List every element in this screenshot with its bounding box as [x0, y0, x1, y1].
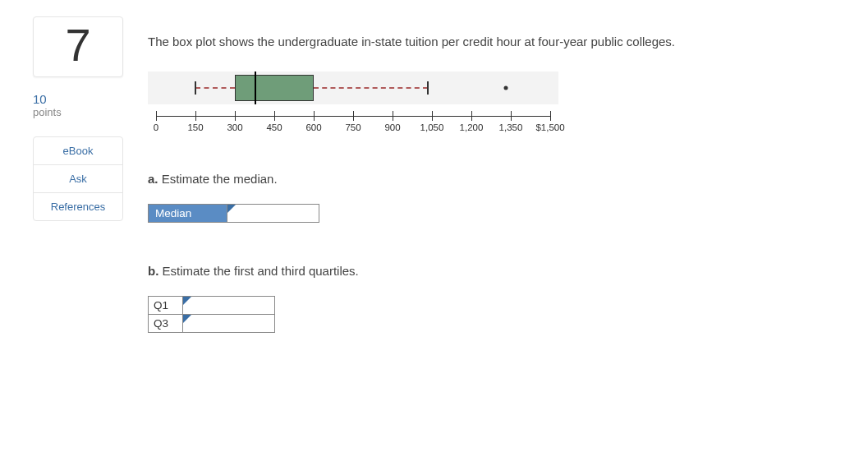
question-sidebar: 7 10 points eBook Ask References — [33, 16, 123, 221]
axis-tick-label: 300 — [227, 122, 242, 132]
axis-tick-label: 150 — [187, 122, 203, 132]
axis-tick-label: 750 — [345, 122, 361, 132]
sidebar-link-ebook[interactable]: eBook — [34, 137, 122, 164]
part-b: b. Estimate the first and third quartile… — [148, 264, 835, 333]
sidebar-links: eBook Ask References — [33, 136, 123, 221]
axis-tick — [511, 111, 512, 121]
cell-flag-icon — [227, 205, 236, 213]
axis-tick-label: 600 — [305, 122, 321, 132]
points-value: 10 — [33, 92, 123, 106]
axis-tick-label: 0 — [154, 122, 158, 132]
q3-input[interactable] — [183, 315, 274, 332]
part-b-prompt: b. Estimate the first and third quartile… — [148, 264, 835, 278]
part-a: a. Estimate the median. Median — [148, 172, 835, 223]
part-a-prompt: a. Estimate the median. — [148, 172, 835, 186]
sidebar-link-references[interactable]: References — [34, 192, 122, 220]
axis-tick — [432, 111, 433, 121]
median-input[interactable] — [227, 205, 319, 222]
q1-input[interactable] — [183, 297, 274, 314]
axis-tick-label: 1,350 — [499, 122, 523, 132]
question-main: The box plot shows the undergraduate in-… — [148, 16, 835, 374]
axis-tick — [195, 111, 196, 121]
q1-label: Q1 — [149, 297, 183, 315]
whisker-high-cap — [427, 81, 429, 95]
part-b-text: Estimate the first and third quartiles. — [163, 264, 359, 278]
question-text: The box plot shows the undergraduate in-… — [148, 35, 835, 48]
q3-label: Q3 — [149, 315, 183, 333]
points-label: points — [33, 106, 123, 118]
median-label: Median — [149, 205, 227, 223]
part-a-text: Estimate the median. — [162, 172, 278, 186]
axis-tick — [274, 111, 275, 121]
median-line — [255, 72, 256, 104]
part-b-letter: b. — [148, 264, 158, 278]
cell-flag-icon — [183, 315, 191, 323]
question-number-card: 7 — [33, 16, 123, 77]
sidebar-link-ask[interactable]: Ask — [34, 164, 122, 192]
axis-tick-label: 900 — [384, 122, 400, 132]
cell-flag-icon — [183, 297, 191, 305]
axis-tick — [235, 111, 236, 121]
axis-tick-label: 1,050 — [420, 122, 444, 132]
whisker-low — [195, 87, 235, 89]
axis-tick — [471, 111, 472, 121]
axis-tick — [314, 111, 315, 121]
axis-tick-label: 1,200 — [460, 122, 484, 132]
whisker-high — [314, 87, 428, 89]
boxplot-chart: 01503004506007509001,0501,2001,350$1,500 — [148, 72, 835, 139]
axis-tick — [353, 111, 354, 121]
axis-tick — [393, 111, 393, 121]
median-table: Median — [148, 204, 319, 223]
axis-tick-label: 450 — [266, 122, 282, 132]
question-number: 7 — [34, 22, 122, 68]
whisker-low-cap — [195, 81, 196, 95]
part-a-letter: a. — [148, 172, 158, 186]
quartiles-table: Q1 Q3 — [148, 296, 275, 333]
iqr-box — [235, 75, 314, 101]
axis-tick-label: $1,500 — [535, 122, 564, 132]
outlier-dot — [503, 86, 507, 90]
